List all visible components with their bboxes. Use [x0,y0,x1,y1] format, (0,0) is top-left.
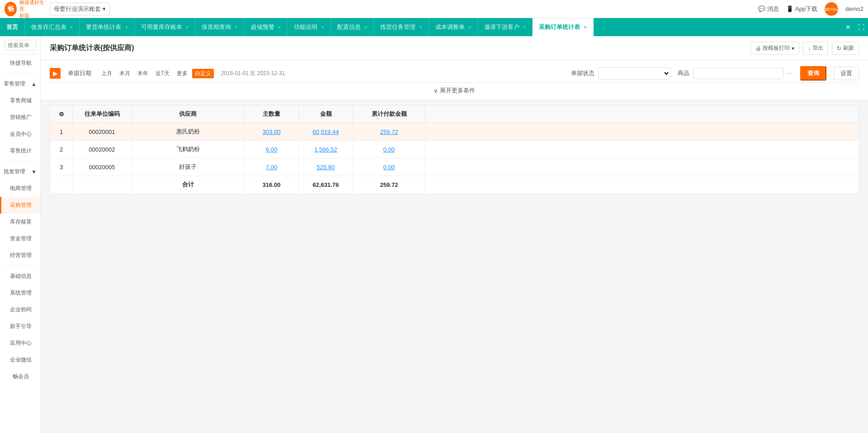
row-1-qty[interactable]: 303.00 [245,123,299,141]
tab-close-3[interactable]: × [186,24,189,30]
filter-toggle-button[interactable]: ▶ [50,68,61,79]
header-actions: 🖨 按模板打印 ▾ ↓ 导出 ↻ 刷新 [750,42,859,55]
tab-11-active[interactable]: 采购订单统计表 × [533,18,593,36]
sidebar-item-purchase[interactable]: 采购管理 [0,197,40,214]
sidebar-item-guide[interactable]: 新手引导 [0,318,40,335]
sidebar-item-enterprise[interactable]: 企业协同 [0,301,40,318]
content-area: 采购订单统计表(按供应商) 🖨 按模板打印 ▾ ↓ 导出 ↻ 刷新 [41,36,868,433]
chevron-icon: ▲ [31,81,37,87]
refresh-icon: ↻ [837,45,841,52]
row-1-paid[interactable]: 259.72 [353,123,425,141]
app-download-button[interactable]: 📱 App下载 [786,5,817,13]
export-icon: ↓ [808,45,811,52]
sidebar-item-retail-stats[interactable]: 零售统计 [0,143,40,159]
sidebar-item-ecommerce[interactable]: 电商管理 [0,180,40,197]
tab-close-8[interactable]: × [419,24,422,30]
tab-close-5[interactable]: × [278,24,281,30]
sidebar-item-finance[interactable]: 资金管理 [0,230,40,247]
sidebar-item-marketing[interactable]: 营销推广 [0,109,40,126]
status-select[interactable] [598,67,670,80]
row-2-supplier: 飞鹤奶粉 [132,141,245,158]
export-button[interactable]: ↓ 导出 [803,42,828,55]
date-range-text: 2016-01-01 至 2023-12-31 [221,70,285,77]
top-bar: 畅 畅捷通好生意 标版 母婴行业演示账套 ▾ 💬 消息 📱 App下载 demo… [0,0,868,18]
tab-close-2[interactable]: × [125,24,127,30]
footer-extra [425,176,859,194]
tab-10[interactable]: 邀请下游客户 × [478,18,533,36]
user-avatar[interactable]: demo2 [825,2,838,16]
sidebar-item-operation[interactable]: 经营管理 [0,247,40,264]
date-btn-7days[interactable]: 近7天 [153,69,172,78]
tab-close-4[interactable]: × [235,24,237,30]
row-3-code: 00020005 [73,158,132,176]
tab-close-10[interactable]: × [523,24,526,30]
date-btn-more[interactable]: 更多 [174,69,190,78]
th-paid: 累计付款金额 [353,105,425,123]
tab-close-7[interactable]: × [364,24,367,30]
row-3-supplier: 好孩子 [132,158,245,176]
date-quick-buttons: 上月 本月 本年 近7天 更多 自定义 [99,69,214,78]
row-1-amount[interactable]: 60,519.44 [299,123,353,141]
print-button[interactable]: 🖨 按模板打印 ▾ [750,42,799,55]
sidebar-item-member2[interactable]: 畅会员 [0,368,40,385]
th-supplier: 供应商 [132,105,245,123]
sidebar-item-member[interactable]: 会员中心 [0,126,40,143]
sidebar-item-app-center[interactable]: 应用中心 [0,335,40,352]
sidebar-item-shortcut[interactable]: 快捷导航 [0,55,40,71]
date-custom-badge[interactable]: 自定义 [192,69,214,78]
footer-amount: 62,631.76 [299,176,353,194]
tab-8[interactable]: 拣货任务管理 × [374,18,429,36]
sidebar-item-inventory[interactable]: 库存核算 [0,214,40,230]
nav-fullscreen-btn[interactable]: ⛶ [854,18,868,36]
settings-button[interactable]: 设置 [834,67,859,80]
th-gear: ⚙ [50,105,73,123]
refresh-button[interactable]: ↻ 刷新 [832,42,859,55]
message-button[interactable]: 💬 消息 [758,5,779,13]
goods-more-icon[interactable]: ··· [787,69,793,77]
query-button[interactable]: 查询 [800,66,826,81]
sidebar-item-wholesale[interactable]: 批发管理 ▼ [0,163,40,180]
row-3-amount[interactable]: 525.80 [299,158,353,176]
sidebar-item-wechat[interactable]: 企业微信 [0,352,40,368]
tab-5[interactable]: 超储预警 × [245,18,288,36]
expand-filter-button[interactable]: ∨ 展开更多条件 [50,82,859,95]
tab-9[interactable]: 成本调整单 × [429,18,478,36]
date-btn-this-year[interactable]: 本年 [135,69,151,78]
sidebar-item-system-mgmt[interactable]: 系统管理 [0,285,40,301]
row-2-paid[interactable]: 0.00 [353,141,425,158]
nav-close-btn[interactable]: ✕ [842,18,854,36]
sidebar-item-basic-info[interactable]: 基础信息 [0,268,40,285]
sidebar-search-input[interactable] [5,40,36,51]
nav-tabs: 首页 收发存汇总表 × 要货单统计表 × 可用量库存账本 × 保质期查询 × 超… [0,18,868,36]
table-row: 2 00020002 飞鹤奶粉 6.00 1,586.52 0.00 [50,141,859,158]
tab-close-11[interactable]: × [584,24,586,30]
workspace-dropdown-icon: ▾ [103,5,106,12]
date-btn-last-month[interactable]: 上月 [99,69,115,78]
th-code: 往来单位编码 [73,105,132,123]
sidebar-search-area [0,36,40,55]
tab-close-9[interactable]: × [468,24,471,30]
sidebar-item-retail-shop[interactable]: 零售商城 [0,92,40,109]
tab-3[interactable]: 可用量库存账本 × [135,18,195,36]
row-2-qty[interactable]: 6.00 [245,141,299,158]
tab-close-6[interactable]: × [321,24,324,30]
date-filter-label: 单据日期 [68,69,91,77]
print-dropdown-icon: ▾ [792,45,794,52]
workspace-selector[interactable]: 母婴行业演示账套 ▾ [50,3,110,15]
date-btn-this-month[interactable]: 本月 [117,69,133,78]
tab-7[interactable]: 配置信息 × [331,18,374,36]
row-3-paid[interactable]: 0.00 [353,158,425,176]
row-2-amount[interactable]: 1,586.52 [299,141,353,158]
tab-close-1[interactable]: × [70,24,73,30]
row-3-qty[interactable]: 7.00 [245,158,299,176]
table-area: ⚙ 往来单位编码 供应商 主数量 金额 累计付款金额 1 00020001 惠氏… [41,100,868,433]
goods-input[interactable] [693,68,783,79]
tab-1[interactable]: 收发存汇总表 × [25,18,80,36]
data-table: ⚙ 往来单位编码 供应商 主数量 金额 累计付款金额 1 00020001 惠氏… [50,105,859,176]
tab-home[interactable]: 首页 [0,18,25,36]
tab-4[interactable]: 保质期查询 × [195,18,244,36]
tab-6[interactable]: 功能说明 × [288,18,330,36]
nav-tab-end-actions: ✕ ⛶ [842,18,868,36]
sidebar-item-retail-mgmt[interactable]: 零售管理 ▲ [0,76,40,92]
tab-2[interactable]: 要货单统计表 × [80,18,134,36]
